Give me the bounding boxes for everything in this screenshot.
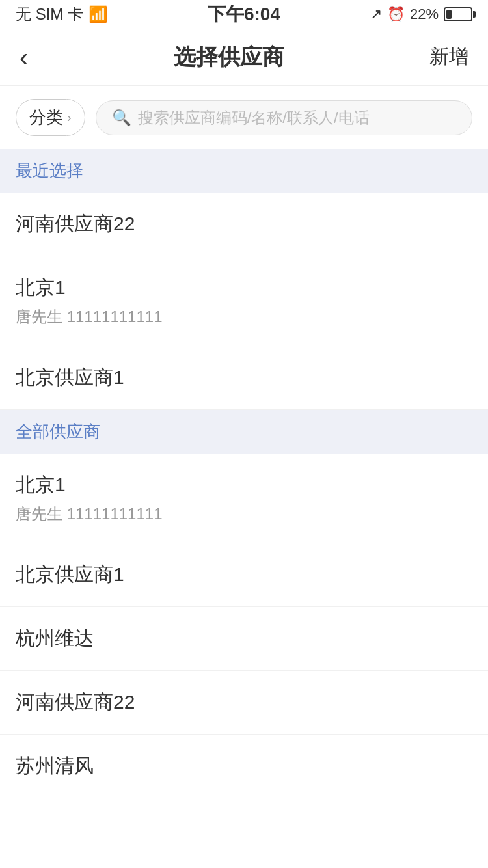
- all-section-label: 全部供应商: [16, 422, 100, 441]
- category-label: 分类: [29, 106, 63, 129]
- no-sim-label: 无 SIM 卡: [16, 4, 83, 25]
- battery-percent: 22%: [410, 6, 439, 23]
- item-name: 杭州维达: [16, 625, 472, 652]
- battery-icon: [444, 7, 472, 21]
- status-time: 下午6:04: [208, 2, 280, 27]
- recent-list: 河南供应商22北京1唐先生 11111111111北京供应商1: [0, 193, 488, 410]
- status-right: ↗ ⏰ 22%: [370, 6, 472, 23]
- item-name: 北京供应商1: [16, 562, 472, 588]
- item-sub: 唐先生 11111111111: [16, 306, 472, 327]
- list-item[interactable]: 北京1唐先生 11111111111: [0, 454, 488, 543]
- all-list: 北京1唐先生 11111111111北京供应商1杭州维达河南供应商22苏州清风: [0, 454, 488, 798]
- item-name: 北京供应商1: [16, 364, 472, 391]
- status-bar: 无 SIM 卡 📶 下午6:04 ↗ ⏰ 22%: [0, 0, 488, 29]
- search-icon: 🔍: [112, 109, 131, 127]
- page-title: 选择供应商: [174, 42, 284, 72]
- alarm-icon: ⏰: [387, 6, 405, 23]
- list-item[interactable]: 河南供应商22: [0, 671, 488, 735]
- chevron-right-icon: ›: [67, 110, 72, 125]
- recent-section-header: 最近选择: [0, 149, 488, 193]
- search-box[interactable]: 🔍 搜索供应商编码/名称/联系人/电话: [96, 100, 472, 135]
- item-name: 北京1: [16, 472, 472, 498]
- all-section-header: 全部供应商: [0, 410, 488, 454]
- recent-section-label: 最近选择: [16, 161, 83, 180]
- status-left: 无 SIM 卡 📶: [16, 4, 108, 25]
- item-name: 河南供应商22: [16, 211, 472, 237]
- list-item[interactable]: 杭州维达: [0, 607, 488, 671]
- back-button[interactable]: ‹: [20, 44, 28, 70]
- list-item[interactable]: 苏州清风: [0, 735, 488, 798]
- list-item[interactable]: 河南供应商22: [0, 193, 488, 256]
- add-button[interactable]: 新增: [429, 44, 468, 70]
- wifi-icon: 📶: [88, 5, 108, 23]
- item-name: 北京1: [16, 275, 472, 301]
- nav-bar: ‹ 选择供应商 新增: [0, 29, 488, 86]
- location-icon: ↗: [370, 6, 382, 23]
- item-sub: 唐先生 11111111111: [16, 504, 472, 524]
- search-placeholder: 搜索供应商编码/名称/联系人/电话: [138, 107, 370, 128]
- filter-bar: 分类 › 🔍 搜索供应商编码/名称/联系人/电话: [0, 86, 488, 149]
- list-item[interactable]: 北京供应商1: [0, 346, 488, 410]
- category-filter-button[interactable]: 分类 ›: [16, 99, 85, 136]
- item-name: 苏州清风: [16, 753, 472, 780]
- list-item[interactable]: 北京1唐先生 11111111111: [0, 256, 488, 346]
- item-name: 河南供应商22: [16, 689, 472, 716]
- list-item[interactable]: 北京供应商1: [0, 543, 488, 607]
